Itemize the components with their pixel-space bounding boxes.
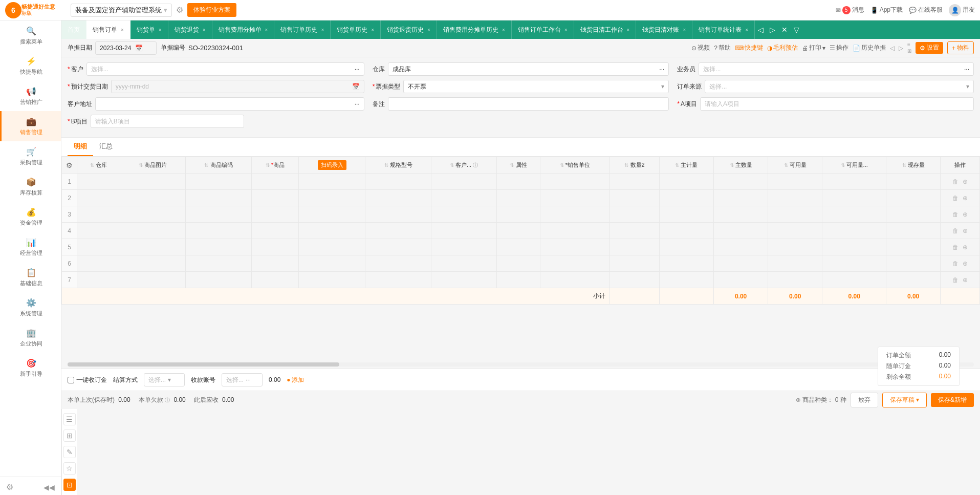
history-btn[interactable]: 📄 历史单据 <box>853 44 886 52</box>
row-5-warehouse[interactable] <box>77 239 120 255</box>
tab-menu-btn[interactable]: ▽ <box>791 20 802 39</box>
payment-method-select[interactable]: 选择... ▾ <box>144 373 185 386</box>
tab-sales-goods[interactable]: 销货单 × <box>130 20 168 39</box>
row-5-delete-icon[interactable]: 🗑 <box>952 244 959 251</box>
settings-icon[interactable]: ⚙ <box>176 5 183 15</box>
row-4-qty2[interactable] <box>610 223 659 239</box>
remarks-input[interactable] <box>388 97 669 111</box>
row-1-delete-icon[interactable]: 🗑 <box>952 178 959 185</box>
row-1-product[interactable] <box>251 174 299 190</box>
row-7-delete-icon[interactable]: 🗑 <box>952 276 959 284</box>
sidebar-item-inventory[interactable]: 📦 库存核算 <box>0 171 61 202</box>
row-4-copy-icon[interactable]: ⊕ <box>963 227 968 234</box>
row-7-spec[interactable] <box>365 272 431 288</box>
row-7-unit[interactable] <box>540 272 610 288</box>
save-new-btn[interactable]: 保存&新增 <box>931 393 974 407</box>
row-4-scan[interactable] <box>299 223 365 239</box>
salesperson-input[interactable]: 选择... ··· <box>699 62 974 76</box>
tab-close-sales-fee[interactable]: × <box>265 27 268 33</box>
row-5-available[interactable] <box>768 239 822 255</box>
row-1-copy-icon[interactable]: ⊕ <box>963 178 968 185</box>
one-click-input[interactable] <box>68 377 74 383</box>
tab-sales-order[interactable]: 销售订单 × <box>86 20 130 39</box>
row-6-warehouse[interactable] <box>77 255 120 272</box>
row-2-delete-icon[interactable]: 🗑 <box>952 195 959 202</box>
system-name[interactable]: 装备及固定资产辅助管理系统 ▾ <box>71 4 172 17</box>
row-3-warehouse[interactable] <box>77 206 120 223</box>
sidebar-item-enterprise[interactable]: 🏢 企业协同 <box>0 322 61 353</box>
row-3-scan[interactable] <box>299 206 365 223</box>
row-3-copy-icon[interactable]: ⊕ <box>963 211 968 218</box>
row-3-image[interactable] <box>120 206 186 223</box>
row-2-attr[interactable] <box>497 190 540 206</box>
row-6-qty2[interactable] <box>610 255 659 272</box>
sidebar-collapse-icon[interactable]: ◀◀ <box>43 483 55 491</box>
row-2-main-unit[interactable] <box>659 190 713 206</box>
row-4-available[interactable] <box>768 223 822 239</box>
view-toggle-btn[interactable]: ≡ ⊞ <box>907 42 911 54</box>
row-4-product[interactable] <box>251 223 299 239</box>
row-7-qty2[interactable] <box>610 272 659 288</box>
tab-close-fee-history[interactable]: × <box>502 27 505 33</box>
row-3-attr[interactable] <box>497 206 540 223</box>
row-2-customer[interactable] <box>431 190 497 206</box>
row-2-copy-icon[interactable]: ⊕ <box>963 195 968 202</box>
row-1-current[interactable] <box>886 174 940 190</box>
tab-close-all-btn[interactable]: ✕ <box>778 20 791 39</box>
row-3-main-qty[interactable] <box>713 206 768 223</box>
sidebar-item-guide[interactable]: 🎯 新手引导 <box>0 353 61 383</box>
row-2-spec[interactable] <box>365 190 431 206</box>
tab-close-cash-workbench[interactable]: × <box>627 27 630 33</box>
row-5-image[interactable] <box>120 239 186 255</box>
detail-tab-summary[interactable]: 汇总 <box>93 138 119 156</box>
row-6-current[interactable] <box>886 255 940 272</box>
order-source-select[interactable]: 选择... ▾ <box>705 80 974 93</box>
tab-home[interactable]: 首页 <box>61 20 86 39</box>
customer-address-input[interactable]: ··· <box>95 97 364 111</box>
tab-close-order-workbench[interactable]: × <box>564 27 568 33</box>
row-4-main-unit[interactable] <box>659 223 713 239</box>
row-6-unit[interactable] <box>540 255 610 272</box>
row-4-main-qty[interactable] <box>713 223 768 239</box>
tab-close-return-history[interactable]: × <box>427 27 430 33</box>
row-7-attr[interactable] <box>497 272 540 288</box>
row-6-customer[interactable] <box>431 255 497 272</box>
right-icon-3[interactable]: ✎ <box>63 446 76 458</box>
message-btn[interactable]: ✉ 5 消息 <box>836 6 864 14</box>
save-draft-btn[interactable]: 保存草稿 ▾ <box>882 393 927 407</box>
row-7-customer[interactable] <box>431 272 497 288</box>
row-7-warehouse[interactable] <box>77 272 120 288</box>
profit-btn[interactable]: ◑ 毛利预估 <box>767 44 798 52</box>
date-icon[interactable]: 📅 <box>352 83 360 90</box>
tab-cash-workbench[interactable]: 钱货日清工作台 × <box>574 20 637 39</box>
sidebar-item-basic[interactable]: 📋 基础信息 <box>0 262 61 292</box>
row-7-available2[interactable] <box>822 272 886 288</box>
b-project-input[interactable]: 请输入B项目 <box>91 115 244 128</box>
row-1-code[interactable] <box>186 174 251 190</box>
row-1-main-qty[interactable] <box>713 174 768 190</box>
row-4-current[interactable] <box>886 223 940 239</box>
row-2-warehouse[interactable] <box>77 190 120 206</box>
row-7-copy-icon[interactable]: ⊕ <box>963 276 968 284</box>
tab-goods-history[interactable]: 销货单历史 × <box>331 20 381 39</box>
row-3-unit[interactable] <box>540 206 610 223</box>
tab-sales-fee[interactable]: 销售费用分摊单 × <box>212 20 275 39</box>
row-7-image[interactable] <box>120 272 186 288</box>
row-1-image[interactable] <box>120 174 186 190</box>
row-3-available2[interactable] <box>822 206 886 223</box>
calendar-icon[interactable]: 📅 <box>135 45 143 52</box>
sidebar-item-search[interactable]: 🔍 搜索菜单 <box>0 20 61 51</box>
shortcut-btn[interactable]: ⌨ 快捷键 <box>735 44 763 52</box>
row-3-qty2[interactable] <box>610 206 659 223</box>
tab-close-cash-reconcile[interactable]: × <box>683 27 686 33</box>
detail-tab-detail[interactable]: 明细 <box>68 138 93 156</box>
expected-date-input[interactable]: yyyy-mm-dd 📅 <box>111 80 364 93</box>
row-6-scan[interactable] <box>299 255 365 272</box>
row-6-code[interactable] <box>186 255 251 272</box>
row-7-code[interactable] <box>186 272 251 288</box>
row-6-available2[interactable] <box>822 255 886 272</box>
row-7-product[interactable] <box>251 272 299 288</box>
row-5-spec[interactable] <box>365 239 431 255</box>
row-4-available2[interactable] <box>822 223 886 239</box>
row-7-current[interactable] <box>886 272 940 288</box>
